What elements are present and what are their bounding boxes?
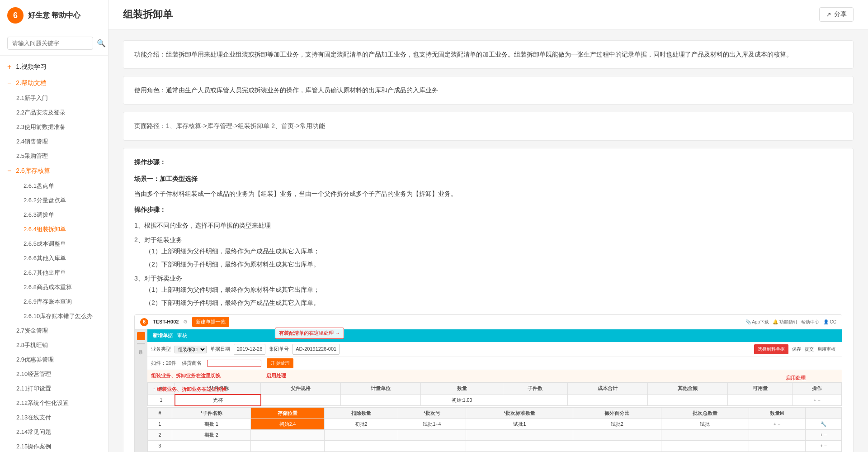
sidebar-item-install[interactable]: 2.2产品安装及登录 bbox=[0, 105, 108, 120]
mock-sub-fields: 如件：20件 供货商名 开 始处理 bbox=[147, 357, 842, 370]
sidebar-item-coupon[interactable]: 2.9优惠券管理 bbox=[0, 352, 108, 367]
mock-th2-extra-pct: 额外百分比 bbox=[573, 407, 661, 419]
sidebar-item-cost-recalc[interactable]: 2.6.8商品成本重算 bbox=[0, 280, 108, 295]
table-row: 1 光杯 初始:1.00 bbox=[148, 395, 842, 406]
sidebar-item-online-pay[interactable]: 2.13在线支付 bbox=[0, 410, 108, 425]
search-input[interactable] bbox=[7, 37, 93, 50]
mock-th-available: 可用量 bbox=[728, 382, 793, 394]
nav-section-2: − 2.帮助文档 2.1新手入门 2.2产品安装及登录 2.3使用前数据准备 2… bbox=[0, 76, 108, 452]
mock-td-spec bbox=[261, 395, 341, 406]
operations-section: 操作步骤： 场景一：加工类型选择 当由多个子件材料组装成一个成品的业务为【组装】… bbox=[123, 148, 854, 452]
sidebar-item-label: 2.帮助文档 bbox=[16, 79, 47, 87]
step-3-subs: （1）上部明细为父件明细，最终作为原材料生成其它出库单； （2）下部明细为子件明… bbox=[134, 284, 842, 309]
mock-th-unit: 计量单位 bbox=[341, 382, 421, 394]
mock-td-qty: 初始:1.00 bbox=[421, 395, 503, 406]
minus-icon-2: − bbox=[7, 167, 11, 175]
sub-nav-docs: 2.1新手入门 2.2产品安装及登录 2.3使用前数据准备 2.4销售管理 2.… bbox=[0, 91, 108, 452]
mock-select-btn[interactable]: 选择到料单据 bbox=[754, 344, 788, 354]
mock-logo: 6 bbox=[140, 318, 148, 326]
mock-th2-qty: 数量M bbox=[749, 407, 805, 419]
step-2-subs: （1）上部明细为父件明细，最终作为产成品生成其它入库单； （2）下部明细为子件明… bbox=[134, 246, 842, 270]
mock-td-ops: + − bbox=[793, 395, 842, 406]
sidebar-item-purchase[interactable]: 2.5采购管理 bbox=[0, 149, 108, 163]
brand-name: 好生意 帮助中心 bbox=[28, 11, 80, 20]
mock-supplier-label: 供货商名 bbox=[182, 359, 202, 368]
role-text: 使用角色：通常由生产人员或库管人员完成拆装业务的操作，库管人员确认原材料的出库和… bbox=[134, 86, 438, 94]
sidebar-item-other-in[interactable]: 2.6.6其他入库单 bbox=[0, 251, 108, 266]
mock-th2-deduct: 扣除数量 bbox=[324, 407, 398, 419]
sidebar-item-transfer[interactable]: 2.6.3调拨单 bbox=[0, 208, 108, 222]
mock-table1-heading: 组装业务、拆卸业务在这里切换 启用处理 bbox=[147, 370, 842, 382]
mock-ui: 6 TEST-H002 ⚙ 新建单据一览 📎 App下载 🔔 功能指引 帮助中心… bbox=[135, 315, 842, 452]
mock-td-name: 光杯 bbox=[175, 395, 261, 406]
mock-th2-sub-name: *子件名称 bbox=[172, 407, 250, 419]
mock-sidebar-sep bbox=[137, 343, 145, 344]
mock-tab-audit: 审核 bbox=[177, 331, 187, 340]
sidebar-item-sales[interactable]: 2.4销售管理 bbox=[0, 134, 108, 149]
mock-sidebar-icon1 bbox=[137, 332, 145, 340]
nav-section-1: + 1.视频学习 bbox=[0, 59, 108, 75]
logo-area: 6 好生意 帮助中心 bbox=[0, 0, 108, 31]
sidebar-item-print[interactable]: 2.11打印设置 bbox=[0, 381, 108, 396]
mock-table2-wrapper: # *子件名称 存储位置 扣除数量 *批次号 *批次标准数量 额外百分比 批次总… bbox=[147, 407, 842, 452]
intro-section: 功能介绍：组装拆卸单用来处理企业组装或拆卸等加工业务，支持有固定装配清单的产品加… bbox=[123, 40, 854, 69]
page-header: 组装拆卸单 ↗ 分享 bbox=[108, 0, 868, 29]
sidebar-item-video[interactable]: + 1.视频学习 bbox=[0, 59, 108, 75]
minus-icon: − bbox=[7, 80, 11, 87]
share-button[interactable]: ↗ 分享 bbox=[819, 7, 854, 22]
mock-th-cost-total: 成本合计 bbox=[567, 382, 647, 394]
sidebar-item-stocktake[interactable]: 2.6.1盘点单 bbox=[0, 179, 108, 193]
mock-extra-btns: 保存 提交 启用审核 bbox=[792, 345, 838, 353]
sidebar-item-assembly[interactable]: 2.6.4组装拆卸单 bbox=[0, 222, 108, 237]
step-3: 3、对于拆卖业务 （1）上部明细为父件明细，最终作为原材料生成其它出库单； （2… bbox=[134, 273, 842, 309]
callout-1: 有装配清单的在这里处理 → bbox=[275, 328, 344, 339]
table-row: 2 期批 2 bbox=[148, 430, 842, 441]
sidebar-item-cost-adj[interactable]: 2.6.5成本调整单 bbox=[0, 237, 108, 251]
sidebar-item-mobile[interactable]: 2.8手机旺铺 bbox=[0, 338, 108, 352]
search-area: 🔍 bbox=[0, 31, 108, 56]
sidebar-item-ledger-fix[interactable]: 2.6.10库存账本错了怎么办 bbox=[0, 309, 108, 324]
sub-nav-inventory: 2.6.1盘点单 2.6.2分量盘点单 2.6.3调拨单 2.6.4组装拆卸单 … bbox=[0, 179, 108, 324]
mock-supplier-input[interactable] bbox=[207, 360, 261, 367]
mock-th2-batch-total: 批次总数量 bbox=[661, 407, 749, 419]
sidebar-item-docs[interactable]: − 2.帮助文档 bbox=[0, 76, 108, 91]
mock-type-label: 业务类型 bbox=[151, 345, 171, 354]
sidebar-item-ledger-query[interactable]: 2.6.9库存账本查询 bbox=[0, 295, 108, 309]
mock-btn-new[interactable]: 新建单据一览 bbox=[192, 317, 229, 328]
sidebar: 6 好生意 帮助中心 🔍 + 1.视频学习 − 2.帮助文档 2.1新手入门 bbox=[0, 0, 108, 452]
logo-icon: 6 bbox=[7, 7, 24, 24]
search-icon[interactable]: 🔍 bbox=[97, 39, 106, 48]
sidebar-item-inventory[interactable]: − 2.6库存核算 bbox=[0, 163, 108, 179]
mock-th2-batch-std: *批次标准数量 bbox=[466, 407, 573, 419]
scene1-desc: 当由多个子件材料组装成一个成品的业务为【组装】业务，当由一个父件拆分成多个子产品… bbox=[134, 188, 842, 200]
mock-th-sub-qty: 子件数 bbox=[503, 382, 567, 394]
mock-td-cost bbox=[567, 395, 647, 406]
main-area: 组装拆卸单 ↗ 分享 功能介绍：组装拆卸单用来处理企业组装或拆卸等加工业务，支持… bbox=[108, 0, 868, 452]
sidebar-item-faq[interactable]: 2.14常见问题 bbox=[0, 425, 108, 439]
sidebar-item-finance[interactable]: 2.7资金管理 bbox=[0, 324, 108, 338]
step-1: 1、根据不同的业务，选择不同单据的类型来处理 bbox=[134, 220, 842, 231]
mock-td-avail bbox=[728, 395, 793, 406]
mock-doc-id: TEST-H002 bbox=[153, 318, 179, 327]
role-section: 使用角色：通常由生产人员或库管人员完成拆装业务的操作，库管人员确认原材料的出库和… bbox=[123, 76, 854, 105]
sidebar-nav: + 1.视频学习 − 2.帮助文档 2.1新手入门 2.2产品安装及登录 2.3… bbox=[0, 56, 108, 452]
mock-topbar-extras: 📎 App下载 🔔 功能指引 帮助中心 👤 CC bbox=[745, 318, 836, 326]
mock-td-no: 1 bbox=[148, 395, 175, 406]
mock-table2: # *子件名称 存储位置 扣除数量 *批次号 *批次标准数量 额外百分比 批次总… bbox=[147, 407, 842, 452]
mock-start-btn[interactable]: 开 始处理 bbox=[267, 358, 293, 368]
sidebar-item-operation[interactable]: 2.10经营管理 bbox=[0, 367, 108, 381]
main-content: 功能介绍：组装拆卸单用来处理企业组装或拆卸等加工业务，支持有固定装配清单的产品加… bbox=[108, 29, 868, 452]
mock-type-select[interactable]: 组装/拆卸 bbox=[175, 346, 207, 353]
sidebar-item-personalize[interactable]: 2.12系统个性化设置 bbox=[0, 396, 108, 410]
sidebar-item-other-out[interactable]: 2.6.7其他出库单 bbox=[0, 266, 108, 280]
mock-date-value: 2019-12-26 bbox=[234, 344, 265, 355]
mock-th2-op bbox=[805, 407, 842, 419]
screenshot-container: 6 TEST-H002 ⚙ 新建单据一览 📎 App下载 🔔 功能指引 帮助中心… bbox=[134, 314, 842, 452]
sidebar-item-beginner[interactable]: 2.1新手入门 bbox=[0, 91, 108, 105]
sidebar-item-partial-stocktake[interactable]: 2.6.2分量盘点单 bbox=[0, 193, 108, 208]
step-3-sub-1: （1）上部明细为父件明细，最终作为原材料生成其它出库单； bbox=[145, 284, 842, 295]
sidebar-item-data-prep[interactable]: 2.3使用前数据准备 bbox=[0, 120, 108, 134]
sidebar-item-cases[interactable]: 2.15操作案例 bbox=[0, 439, 108, 452]
share-icon: ↗ bbox=[826, 11, 831, 18]
mock-topbar: 6 TEST-H002 ⚙ 新建单据一览 📎 App下载 🔔 功能指引 帮助中心… bbox=[135, 315, 842, 330]
